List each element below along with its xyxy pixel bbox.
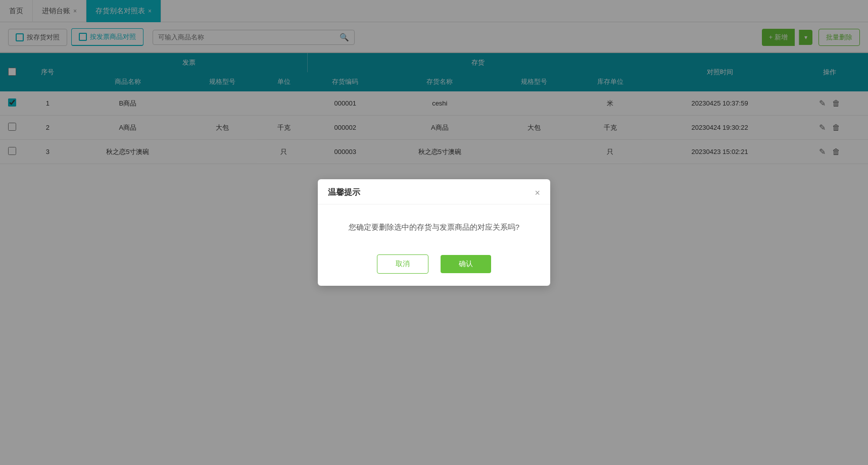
dialog-message: 您确定要删除选中的存货与发票商品的对应关系吗? bbox=[349, 223, 519, 231]
dialog-footer: 取消 确认 bbox=[318, 246, 550, 286]
overlay: 温馨提示 × 您确定要删除选中的存货与发票商品的对应关系吗? 取消 确认 bbox=[0, 0, 868, 465]
confirm-dialog: 温馨提示 × 您确定要删除选中的存货与发票商品的对应关系吗? 取消 确认 bbox=[318, 179, 550, 286]
confirm-button[interactable]: 确认 bbox=[441, 255, 491, 273]
dialog-close-button[interactable]: × bbox=[535, 188, 540, 197]
dialog-header: 温馨提示 × bbox=[318, 179, 550, 204]
dialog-title: 温馨提示 bbox=[328, 187, 360, 198]
dialog-body: 您确定要删除选中的存货与发票商品的对应关系吗? bbox=[318, 204, 550, 246]
cancel-button[interactable]: 取消 bbox=[377, 254, 428, 274]
